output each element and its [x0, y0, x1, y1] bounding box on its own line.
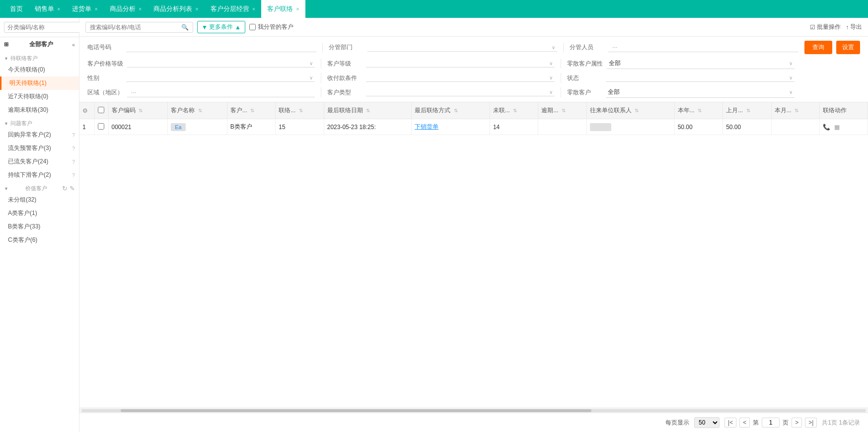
manager-more-icon[interactable]: ···	[612, 44, 617, 51]
close-purchase-icon[interactable]: ×	[94, 6, 97, 12]
more-filter-button[interactable]: ▼ 更多条件 ▲	[197, 21, 245, 33]
refresh-icon[interactable]: ↻	[62, 185, 68, 192]
sort-this-month-icon[interactable]: ⇅	[795, 108, 798, 113]
sidebar-item-churned[interactable]: 已流失客户(24) ?	[0, 155, 79, 168]
td-name[interactable]: Ea	[168, 119, 227, 135]
first-page-button[interactable]: |<	[724, 418, 736, 428]
page-size-select[interactable]: 50 100 200	[694, 417, 720, 428]
sort-method-icon[interactable]: ⇅	[454, 108, 458, 113]
close-analysis-icon[interactable]: ×	[139, 6, 142, 12]
toolbar-search-input[interactable]	[90, 24, 179, 31]
filter-payment-select[interactable]: ∨	[366, 74, 555, 82]
divider-8	[561, 87, 561, 97]
th-last-contact-date: 最后联络日期 ⇅	[324, 102, 411, 119]
sidebar-item-repurchase[interactable]: 回购异常客户(2) ?	[0, 128, 79, 142]
filter-manager-select[interactable]: ···	[608, 43, 798, 52]
sidebar-item-overdue[interactable]: 逾期未联络(30)	[0, 103, 79, 117]
sidebar-item-classB[interactable]: B类客户(33)	[0, 220, 79, 233]
filter-status-select[interactable]: ∨	[606, 74, 795, 82]
td-last-month: 50.00	[723, 119, 771, 135]
td-contact: 15	[276, 119, 324, 135]
sort-name-icon[interactable]: ⇅	[198, 108, 202, 113]
retail-attr-chevron-icon: ∨	[789, 61, 793, 66]
th-gear[interactable]: ⚙	[79, 102, 94, 119]
sidebar-item-7days[interactable]: 近7天待联络(0)	[0, 90, 79, 103]
sidebar-item-classA[interactable]: A类客户(1)	[0, 207, 79, 220]
filter-customer-level-select[interactable]: ∨	[366, 60, 555, 68]
close-customer-tier-icon[interactable]: ×	[252, 6, 255, 12]
filter-gender-label: 性别	[87, 74, 122, 82]
next-page-button[interactable]: >	[792, 418, 802, 428]
filter-retail-customer-label: 零散客户	[567, 88, 602, 97]
close-analysis-list-icon[interactable]: ×	[195, 6, 198, 12]
settings-button[interactable]: 设置	[836, 41, 860, 54]
row-checkbox[interactable]	[98, 123, 104, 130]
sidebar-item-unsorted[interactable]: 未分组(32)	[0, 193, 79, 207]
sidebar-item-tomorrow[interactable]: 明天待联络(1)	[0, 76, 79, 90]
sort-not-contacted-icon[interactable]: ⇅	[513, 108, 517, 113]
gear-icon[interactable]: ⚙	[82, 107, 88, 114]
region-more-icon[interactable]: ···	[131, 89, 136, 96]
sidebar-item-lost[interactable]: 流失预警客户(3) ?	[0, 142, 79, 155]
collapse-icon[interactable]: «	[72, 42, 75, 48]
filter-phone-input[interactable]	[126, 43, 316, 52]
query-button[interactable]: 查询	[804, 41, 832, 54]
filter-retail-attr-field: 零散客户属性 全部 ∨	[567, 58, 795, 69]
close-sales-icon[interactable]: ×	[57, 6, 60, 12]
sort-overdue-icon[interactable]: ⇅	[562, 108, 566, 113]
th-checkbox	[94, 102, 108, 119]
sort-code-icon[interactable]: ⇅	[139, 108, 143, 113]
filter-region-select[interactable]: ···	[127, 88, 315, 97]
nav-analysis-list[interactable]: 商品分析列表 ×	[147, 0, 204, 18]
nav-home[interactable]: 首页	[4, 0, 29, 18]
sort-category-icon[interactable]: ⇅	[250, 108, 254, 113]
filter-dept-select[interactable]: ∨	[367, 44, 558, 52]
close-customer-contact-icon[interactable]: ×	[296, 6, 299, 12]
sidebar-all-customers[interactable]: ⊞ 全部客户 «	[0, 37, 79, 52]
phone-action-icon[interactable]: 📞	[823, 124, 830, 131]
th-overdue: 逾期... ⇅	[538, 102, 586, 119]
batch-operation-button[interactable]: ☑ 批量操作	[810, 23, 841, 31]
td-last-contact-method[interactable]: 下销货单	[412, 119, 490, 135]
nav-purchase[interactable]: 进货单 ×	[66, 0, 103, 18]
export-icon: ↑	[846, 24, 849, 31]
last-page-button[interactable]: >|	[805, 418, 817, 428]
horizontal-scrollbar[interactable]	[79, 408, 868, 413]
scroll-thumb[interactable]	[121, 409, 591, 412]
sort-date-icon[interactable]: ⇅	[366, 108, 370, 113]
note-action-icon[interactable]: ▦	[834, 124, 840, 131]
edit-value-icon[interactable]: ✎	[70, 185, 75, 192]
help-icon-lost: ?	[72, 145, 75, 151]
filter-customer-level-label: 客户等级	[327, 60, 362, 68]
toolbar-search-icon[interactable]: 🔍	[181, 24, 189, 31]
nav-analysis[interactable]: 商品分析 ×	[104, 0, 147, 18]
sort-this-year-icon[interactable]: ⇅	[698, 108, 702, 113]
sort-company-contact-icon[interactable]: ⇅	[635, 108, 639, 113]
scroll-track	[81, 409, 866, 412]
sidebar-section-pending: 待联络客户	[0, 52, 79, 63]
prev-page-button[interactable]: <	[739, 418, 750, 428]
filter-price-level-select[interactable]: ∨	[127, 60, 315, 68]
nav-customer-contact[interactable]: 客户联络 ×	[261, 0, 305, 18]
sidebar-item-classC[interactable]: C类客户(6)	[0, 233, 79, 247]
nav-customer-tier[interactable]: 客户分层经营 ×	[205, 0, 261, 18]
filter-gender-select[interactable]: ∨	[126, 74, 315, 82]
sidebar-search-input[interactable]	[4, 22, 85, 33]
sort-last-month-icon[interactable]: ⇅	[746, 108, 750, 113]
filter-retail-customer-select[interactable]: 全部 ∨	[606, 87, 795, 98]
sidebar-item-today[interactable]: 今天待联络(0)	[0, 63, 79, 76]
export-button[interactable]: ↑ 导出	[846, 23, 862, 31]
my-customer-checkbox[interactable]	[249, 24, 256, 30]
td-checkbox[interactable]	[94, 119, 108, 135]
filter-customer-type-select[interactable]: ∨	[366, 88, 555, 96]
toolbar: 🔍 ▼ 更多条件 ▲ 我分管的客户 ☑ 批量操作 ↑ 导出	[79, 18, 868, 37]
my-customer-checkbox-wrapper[interactable]: 我分管的客户	[249, 23, 293, 31]
th-not-contacted: 未联... ⇅	[490, 102, 538, 119]
filter-retail-customer-field: 零散客户 全部 ∨	[567, 87, 795, 98]
sidebar-item-declining[interactable]: 持续下滑客户(2) ?	[0, 168, 79, 182]
sort-contact-icon[interactable]: ⇅	[299, 108, 303, 113]
page-number-input[interactable]	[762, 418, 780, 428]
nav-sales[interactable]: 销售单 ×	[29, 0, 66, 18]
select-all-checkbox[interactable]	[98, 107, 104, 113]
filter-retail-attr-select[interactable]: 全部 ∨	[607, 58, 795, 69]
